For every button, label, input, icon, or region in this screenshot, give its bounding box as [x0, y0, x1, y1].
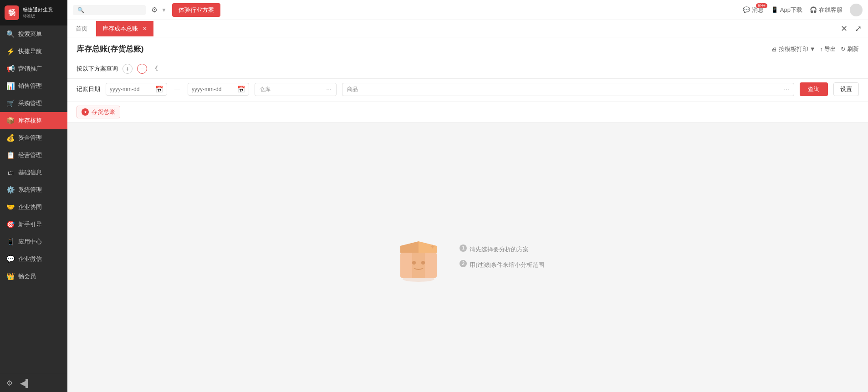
tab-home[interactable]: 首页 — [67, 21, 96, 36]
sidebar-item-search[interactable]: 🔍 搜索菜单 — [0, 25, 67, 43]
sidebar-item-system[interactable]: ⚙️ 系统管理 — [0, 181, 67, 199]
sidebar-item-wechat[interactable]: 💬 企业微信 — [0, 250, 67, 268]
sidebar-item-label: 采购管理 — [18, 99, 42, 107]
printer-icon: 🖨 — [771, 46, 777, 52]
main-content: 🔍 ⚙ ▼ 体验行业方案 💬 消息 99+ 📱 App下载 🎧 在线客服 首页 — [67, 0, 868, 392]
warehouse-select[interactable]: 仓库 ··· — [255, 83, 337, 96]
tab-close-icon[interactable]: ✕ — [143, 25, 147, 32]
empty-state: ✦ · 1 请先选择要分析的方案 2 用[过滤]条件来缩小分析范围 — [67, 122, 868, 392]
date-start-input[interactable] — [106, 84, 152, 95]
scheme-bar: ★ 存货总账 — [67, 102, 868, 122]
trial-button[interactable]: 体验行业方案 — [172, 3, 220, 17]
scheme-icon: ★ — [82, 108, 89, 116]
sidebar-item-label: 搜索菜单 — [18, 30, 42, 38]
svg-text:✦: ✦ — [430, 243, 435, 250]
basic-icon: 🗂 — [6, 169, 15, 177]
enterprise-icon: 🤝 — [6, 203, 15, 211]
date-start-input-wrap: 📅 — [106, 83, 167, 96]
sidebar-item-label: 营销推广 — [18, 65, 42, 73]
sidebar-item-finance[interactable]: 💰 资金管理 — [0, 129, 67, 147]
sidebar-item-vip[interactable]: 👑 畅会员 — [0, 268, 67, 285]
filter-row: 记账日期 📅 — 📅 仓库 ··· 商品 ··· 查询 设置 — [67, 79, 868, 102]
wechat-icon: 💬 — [6, 255, 15, 263]
sidebar-item-sales[interactable]: 📊 销售管理 — [0, 77, 67, 95]
tab-expand-btn[interactable]: ⤢ — [852, 23, 864, 35]
svg-text:★: ★ — [84, 110, 87, 114]
calendar-end-icon[interactable]: 📅 — [234, 83, 249, 95]
sidebar-item-label: 新手引导 — [18, 220, 42, 229]
print-button[interactable]: 🖨 按模板打印 ▼ — [771, 45, 816, 53]
empty-tip2: 用[过滤]条件来缩小分析范围 — [470, 259, 544, 271]
refresh-button[interactable]: ↻ 刷新 — [841, 45, 859, 53]
sidebar-item-label: 企业协同 — [18, 203, 42, 211]
tabbar: 首页 库存成本总账 ✕ ✕ ⤢ — [67, 20, 868, 37]
sidebar-item-basic[interactable]: 🗂 基础信息 — [0, 164, 67, 181]
empty-tips: 1 请先选择要分析的方案 2 用[过滤]条件来缩小分析范围 — [460, 244, 544, 271]
search-bar[interactable]: 🔍 — [73, 5, 146, 15]
sidebar-collapse-icon[interactable]: ◀▌ — [20, 379, 31, 387]
warehouse-more-icon[interactable]: ··· — [326, 86, 332, 93]
message-icon: 💬 — [743, 6, 750, 13]
page-title: 库存总账(存货总账) — [77, 44, 143, 54]
vip-icon: 👑 — [6, 272, 15, 280]
user-avatar[interactable] — [850, 4, 863, 16]
product-select[interactable]: 商品 ··· — [342, 83, 794, 96]
export-icon: ↑ — [820, 46, 823, 52]
step2-num: 2 — [460, 260, 467, 267]
sidebar-item-inventory[interactable]: 📦 库存核算 — [0, 112, 67, 129]
sidebar-item-newguide[interactable]: 🎯 新手引导 — [0, 216, 67, 233]
sidebar-item-purchase[interactable]: 🛒 采购管理 — [0, 95, 67, 112]
filter-collapse-icon[interactable]: 《 — [152, 65, 158, 73]
filter-minus-button[interactable]: − — [137, 64, 147, 74]
message-button[interactable]: 💬 消息 99+ — [743, 6, 764, 14]
export-button[interactable]: ↑ 导出 — [820, 45, 837, 53]
page-header: 库存总账(存货总账) 🖨 按模板打印 ▼ ↑ 导出 ↻ 刷新 — [67, 37, 868, 59]
app-download-button[interactable]: 📱 App下载 — [771, 6, 802, 14]
sidebar-item-operations[interactable]: 📋 经营管理 — [0, 147, 67, 164]
system-icon: ⚙️ — [6, 186, 15, 194]
topbar-chevron-icon[interactable]: ▼ — [161, 7, 167, 13]
empty-illustration: ✦ · — [391, 230, 446, 285]
settings-gear-icon[interactable]: ⚙ — [6, 379, 13, 387]
empty-tip1: 请先选择要分析的方案 — [470, 244, 529, 255]
filter-label: 按以下方案查询 — [77, 65, 118, 73]
sidebar-item-label: 经营管理 — [18, 151, 42, 159]
topbar: 🔍 ⚙ ▼ 体验行业方案 💬 消息 99+ 📱 App下载 🎧 在线客服 — [67, 0, 868, 20]
product-more-icon[interactable]: ··· — [784, 86, 789, 93]
warehouse-placeholder: 仓库 — [260, 86, 271, 93]
svg-text:·: · — [403, 244, 404, 249]
sidebar-item-apps[interactable]: 📱 应用中心 — [0, 233, 67, 250]
marketing-icon: 📢 — [6, 65, 15, 73]
tab-close-btn[interactable]: ✕ — [838, 23, 850, 35]
tab-inventory-ledger[interactable]: 库存成本总账 ✕ — [96, 21, 153, 36]
topbar-gear-icon[interactable]: ⚙ — [151, 5, 158, 14]
sidebar-footer: ⚙ ◀▌ — [0, 374, 67, 392]
shortcuts-icon: ⚡ — [6, 47, 15, 56]
product-placeholder: 商品 — [347, 86, 358, 93]
query-button[interactable]: 查询 — [800, 82, 828, 96]
print-dropdown-icon[interactable]: ▼ — [810, 46, 816, 52]
scheme-item[interactable]: ★ 存货总账 — [77, 106, 120, 118]
page-actions: 🖨 按模板打印 ▼ ↑ 导出 ↻ 刷新 — [771, 45, 859, 53]
search-bar-icon: 🔍 — [77, 7, 84, 13]
filter-add-button[interactable]: + — [123, 64, 133, 74]
operations-icon: 📋 — [6, 151, 15, 159]
headset-icon: 🎧 — [810, 6, 817, 13]
sidebar-item-enterprise[interactable]: 🤝 企业协同 — [0, 199, 67, 216]
newguide-icon: 🎯 — [6, 220, 15, 229]
app-download-label: App下载 — [780, 6, 802, 14]
search-icon: 🔍 — [6, 30, 15, 38]
settings-button[interactable]: 设置 — [833, 82, 859, 96]
sidebar-item-label: 资金管理 — [18, 134, 42, 142]
apps-icon: 📱 — [6, 238, 15, 246]
online-service-button[interactable]: 🎧 在线客服 — [810, 6, 842, 14]
date-end-input[interactable] — [188, 84, 234, 95]
date-end-input-wrap: 📅 — [188, 83, 249, 96]
tab-label: 库存成本总账 — [102, 25, 138, 33]
inventory-icon: 📦 — [6, 117, 15, 125]
date-filter-label: 记账日期 — [77, 85, 100, 93]
sidebar-item-marketing[interactable]: 📢 营销推广 — [0, 60, 67, 77]
calendar-start-icon[interactable]: 📅 — [152, 83, 167, 95]
svg-point-10 — [421, 261, 425, 265]
sidebar-item-shortcuts[interactable]: ⚡ 快捷导航 — [0, 43, 67, 60]
